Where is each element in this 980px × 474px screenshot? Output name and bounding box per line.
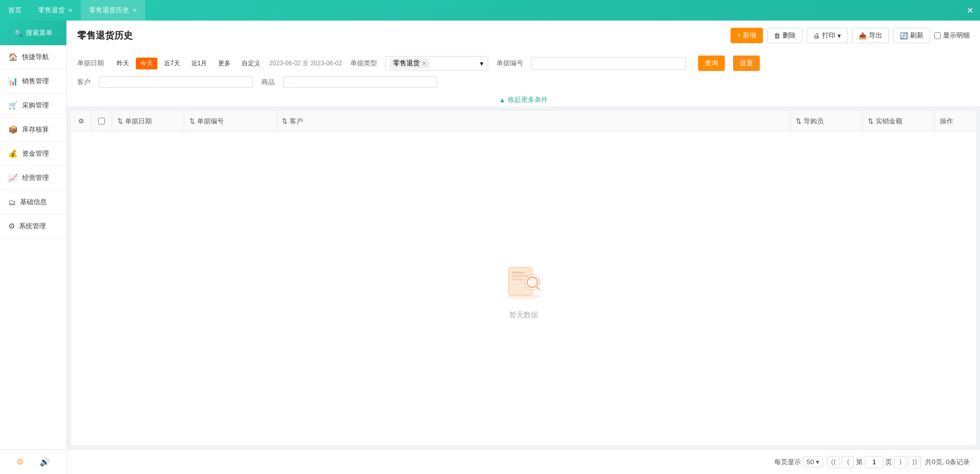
bill-type-tag-close[interactable]: ✕ [422,60,426,67]
select-all-checkbox[interactable] [98,118,105,124]
print-dropdown-icon: ▾ [838,32,841,40]
sidebar-item-purchase[interactable]: 🛒 采购管理 [0,94,66,118]
th-bill-no[interactable]: ⇅ 单据编号 [184,111,277,131]
finance-icon: 💰 [8,149,18,158]
th-action-label: 操作 [940,117,953,126]
page-title: 零售退货历史 [77,29,133,42]
page-size-dropdown-icon: ▾ [816,458,819,466]
svg-rect-4 [511,279,522,280]
tab-retail-return-history-close[interactable]: ✕ [132,7,137,14]
goods-label: 商品 [261,78,275,87]
sidebar-item-sales-label: 销售管理 [22,77,49,86]
goods-select[interactable]: ··· [283,76,437,88]
first-page-button[interactable]: ⟨⟨ [827,456,840,468]
date-btn-yesterday[interactable]: 昨天 [112,58,134,69]
export-label: 导出 [869,31,882,40]
sidebar-item-management[interactable]: 📈 经营管理 [0,166,66,190]
tab-retail-return[interactable]: 零售退货 ✕ [30,0,81,21]
th-guide[interactable]: ⇅ 导购员 [791,111,863,131]
svg-rect-2 [511,271,524,273]
th-customer[interactable]: ⇅ 客户 [277,111,791,131]
th-guide-label: 导购员 [804,117,824,126]
th-setting[interactable]: ⚙ [71,111,92,131]
sidebar-item-system[interactable]: ⚙ 系统管理 [0,214,66,239]
total-pages-text: 共0页, 0条记录 [925,458,970,467]
sidebar-item-finance-label: 资金管理 [22,149,49,158]
collapse-button[interactable]: ▲ 收起更多条件 [493,93,554,106]
page-number-input[interactable] [865,456,883,468]
sidebar-item-finance[interactable]: 💰 资金管理 [0,142,66,166]
sidebar-item-basic-info[interactable]: 🗂 基础信息 [0,190,66,214]
add-button[interactable]: + 新增 [730,28,763,43]
settings-bottom-icon[interactable]: ⚙ [16,457,24,467]
bill-no-input[interactable] [531,57,686,70]
delete-label: 删除 [782,31,796,40]
th-customer-label: 客户 [290,117,303,126]
date-btn-1month[interactable]: 近1月 [187,58,212,69]
page-size-value: 50 [807,458,814,466]
print-button[interactable]: 🖨 打印 ▾ [807,28,848,43]
sidebar-item-quick-nav[interactable]: 🏠 快捷导航 [0,45,66,69]
th-amount[interactable]: ⇅ 实销金额 [863,111,935,131]
last-page-button[interactable]: ⟩⟩ [908,456,921,468]
basic-info-icon: 🗂 [8,198,16,207]
date-btn-custom[interactable]: 自定义 [237,58,265,69]
show-detail-checkbox-label[interactable]: 显示明细 [934,31,970,40]
tab-home-label: 首页 [8,6,22,15]
tab-home[interactable]: 首页 [0,0,30,21]
sidebar-item-sales[interactable]: 📊 销售管理 [0,69,66,94]
collapse-label: 收起更多条件 [508,95,548,104]
refresh-button[interactable]: 🔄 刷新 [893,28,930,43]
empty-text: 暂无数据 [509,311,538,320]
management-icon: 📈 [8,173,18,183]
page-title-row: 零售退货历史 + 新增 🗑 删除 🖨 打印 ▾ 📤 导出 [77,28,970,43]
th-date[interactable]: ⇅ 单据日期 [112,111,184,131]
top-bar: 首页 零售退货 ✕ 零售退货历史 ✕ ✕ [0,0,980,21]
sidebar-search[interactable]: 🔍 搜索菜单 [0,21,66,45]
setting-button[interactable]: 设置 [733,56,760,71]
bill-no-label: 单据编号 [496,59,523,68]
sort-guide-icon: ⇅ [796,117,801,125]
svg-rect-3 [511,275,528,277]
refresh-label: 刷新 [910,31,923,40]
prev-page-button[interactable]: ⟨ [842,456,854,468]
sidebar-item-inventory-label: 库存核算 [22,125,49,134]
sidebar-item-management-label: 经营管理 [22,173,49,183]
page-size-select[interactable]: 50 ▾ [803,457,823,467]
export-button[interactable]: 📤 导出 [852,28,889,43]
page-unit: 页 [885,458,892,467]
speaker-icon[interactable]: 🔊 [40,457,50,467]
close-window-button[interactable]: ✕ [959,0,980,21]
content-area: 零售退货历史 + 新增 🗑 删除 🖨 打印 ▾ 📤 导出 [67,21,980,474]
filter-row-2: 客户 ··· 商品 ··· [77,76,970,88]
sidebar-item-basic-info-label: 基础信息 [20,197,47,207]
pagination-bar: 每页显示 50 ▾ ⟨⟨ ⟨ 第 页 ⟩ ⟩⟩ 共0页, 0条记录 [67,449,980,474]
sidebar: 🔍 搜索菜单 🏠 快捷导航 📊 销售管理 🛒 采购管理 📦 库存核算 💰 资金管… [0,21,67,474]
table-header: ⚙ ⇅ 单据日期 ⇅ 单据编号 ⇅ 客户 ⇅ [71,111,976,132]
bill-type-label: 单据类型 [350,59,377,68]
query-button[interactable]: 查询 [698,56,725,71]
main-layout: 🔍 搜索菜单 🏠 快捷导航 📊 销售管理 🛒 采购管理 📦 库存核算 💰 资金管… [0,21,980,474]
page-size-label: 每页显示 [774,458,801,467]
sidebar-item-inventory[interactable]: 📦 库存核算 [0,118,66,142]
page-navigation: ⟨⟨ ⟨ 第 页 ⟩ ⟩⟩ [827,456,921,468]
show-detail-checkbox[interactable] [934,32,941,39]
sidebar-bottom: ⚙ 🔊 [0,449,66,474]
th-checkbox[interactable] [92,111,112,131]
date-btn-more[interactable]: 更多 [213,58,235,69]
tab-retail-return-close[interactable]: ✕ [68,7,73,14]
empty-state: 暂无数据 [71,132,976,445]
refresh-icon: 🔄 [900,32,908,40]
date-btn-7days[interactable]: 近7天 [159,58,185,69]
date-btn-today[interactable]: 今天 [136,58,157,69]
page-header: 零售退货历史 + 新增 🗑 删除 🖨 打印 ▾ 📤 导出 [67,21,980,107]
home-icon: 🏠 [8,52,18,62]
bill-type-select[interactable]: 零售退货 ✕ ▾ [385,56,488,70]
delete-button[interactable]: 🗑 删除 [767,28,803,43]
bill-type-dropdown-icon: ▾ [480,60,484,67]
tab-retail-return-history[interactable]: 零售退货历史 ✕ [81,0,145,21]
empty-illustration [498,257,549,303]
tab-retail-return-history-label: 零售退货历史 [89,6,129,15]
customer-select[interactable]: ··· [99,76,253,88]
next-page-button[interactable]: ⟩ [894,456,906,468]
